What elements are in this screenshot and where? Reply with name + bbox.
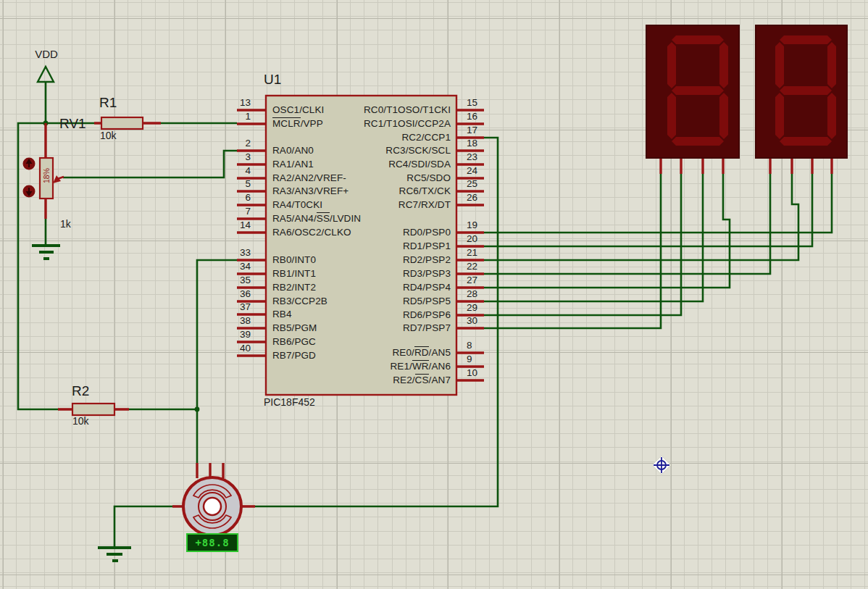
wire-rd6[interactable] [484, 174, 681, 315]
r2-designator: R2 [72, 385, 89, 396]
pin-label: RA5/AN4/SS/LVDIN [272, 213, 361, 224]
pin-number: 26 [467, 193, 510, 203]
pin-label: RC0/T1OSO/T1CKI [275, 104, 451, 115]
pin-number: 2 [174, 138, 251, 149]
seven-seg-display-2[interactable] [756, 25, 847, 158]
pin-label: RD1/PSP1 [275, 241, 451, 251]
wiper-arrowhead [53, 175, 61, 183]
servo-motor[interactable] [172, 463, 255, 535]
wire-rd3[interactable] [484, 174, 770, 274]
wire-rd7[interactable] [484, 174, 661, 328]
chip-part-number: PIC18F452 [264, 397, 315, 408]
pin-number: 29 [467, 303, 510, 313]
rv1-wiper-percent: 18% [41, 163, 52, 189]
pin-label: RD7/PSP7 [275, 322, 451, 333]
pin-number: 21 [467, 248, 510, 258]
pin-number: 20 [467, 234, 510, 244]
chip-designator: U1 [264, 74, 281, 85]
pin-number: 33 [174, 248, 251, 258]
pin-number: 36 [174, 289, 251, 299]
pin-label: RC5/SDO [275, 172, 451, 183]
pin-label: RD3/PSP3 [275, 268, 451, 279]
pin-label: RC2/CCP1 [275, 132, 451, 143]
pin-number: 3 [174, 152, 251, 162]
pin-number: 14 [174, 220, 251, 230]
pin-number: 30 [467, 316, 510, 326]
pin-label: RD4/PSP4 [275, 282, 451, 293]
pin-number: 4 [174, 166, 251, 176]
resistor-r1[interactable] [94, 117, 161, 129]
pin-number: 40 [174, 343, 251, 354]
pin-label: RC1/T1OSI/CCP2A [275, 118, 451, 129]
pin-number: 8 [467, 341, 510, 351]
pin-number: 18 [467, 138, 510, 149]
pin-number: 9 [467, 354, 510, 364]
pin-number: 1 [174, 112, 251, 122]
pin-number: 7 [174, 206, 251, 217]
r1-designator: R1 [99, 97, 117, 108]
pin-label: RB6/PGC [272, 336, 316, 347]
pin-number: 10 [467, 368, 510, 378]
wire-rd1[interactable] [484, 174, 812, 246]
pin-number: 38 [174, 316, 251, 326]
wire-rd0[interactable] [484, 174, 832, 233]
pin-number: 19 [467, 220, 510, 230]
schematic-canvas[interactable]: VDD R1 10k RV1 18% 1k R2 10k U1 PIC18F45… [0, 0, 868, 589]
pin-label: RC6/TX/CK [275, 185, 451, 196]
pin-label: RC4/SDI/SDA [275, 159, 451, 170]
pin-label: RC3/SCK/SCL [275, 145, 451, 156]
pin-number: 22 [467, 262, 510, 272]
pin-label: RD5/PSP5 [275, 296, 451, 306]
pin-number: 24 [467, 166, 510, 176]
pin-number: 15 [467, 98, 510, 108]
pin-number: 25 [467, 179, 510, 189]
schematic-graphics [0, 0, 868, 589]
pot-decrease-button[interactable] [23, 185, 36, 198]
wire-rd5[interactable] [484, 174, 703, 301]
placement-crosshair-marker [652, 456, 671, 475]
vdd-power-symbol[interactable] [38, 67, 54, 82]
pin-number: 6 [174, 193, 251, 203]
junction-dot [195, 407, 200, 412]
rv1-designator: RV1 [59, 118, 86, 129]
pin-number: 28 [467, 289, 510, 299]
seven-seg-display-1[interactable] [646, 25, 739, 158]
resistor-r2[interactable] [58, 404, 129, 415]
pin-label: RD2/PSP2 [275, 254, 451, 265]
ground-symbol-motor[interactable] [98, 548, 131, 561]
pin-number: 34 [174, 262, 251, 272]
pin-number: 37 [174, 302, 251, 312]
servo-angle-readout: +88.8 [187, 538, 238, 548]
r1-value: 10k [100, 130, 117, 141]
pin-number: 35 [174, 275, 251, 285]
wire-rd4[interactable] [484, 174, 730, 288]
r2-value: 10k [72, 416, 89, 427]
pin-number: 5 [174, 179, 251, 189]
vdd-label: VDD [30, 49, 62, 59]
pin-label: RE1/WR/AN6 [275, 361, 451, 372]
pin-label: RD6/PSP6 [275, 309, 451, 320]
pin-number: 39 [174, 330, 251, 340]
pin-number: 16 [467, 112, 510, 122]
pin-label: RD0/PSP0 [275, 227, 451, 238]
rv1-value: 1k [60, 219, 71, 230]
ground-symbol-pot[interactable] [32, 246, 60, 259]
pot-increase-button[interactable] [23, 158, 36, 170]
pin-label: RE2/CS/AN7 [275, 375, 451, 385]
pin-label: RE0/RD/AN5 [275, 347, 451, 358]
pin-number: 13 [174, 98, 251, 108]
pin-number: 17 [467, 125, 510, 135]
pin-label: RC7/RX/DT [275, 199, 451, 210]
pin-number: 23 [467, 152, 510, 162]
wire-motor-to-ground[interactable] [114, 506, 172, 547]
pin-number: 27 [467, 275, 510, 285]
